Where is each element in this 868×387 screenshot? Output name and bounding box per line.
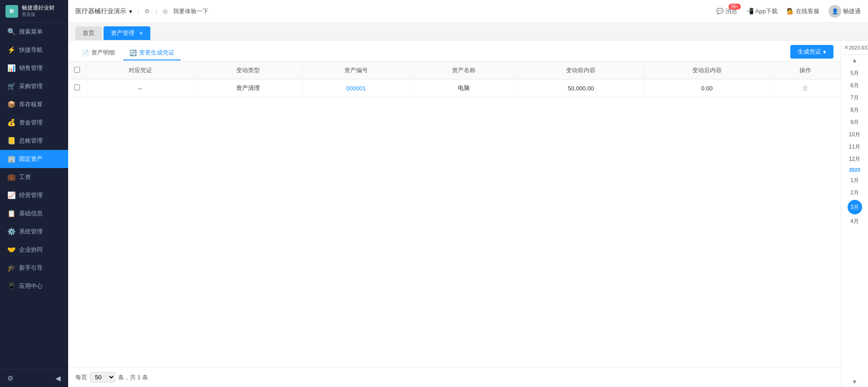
app-download-button[interactable]: 📲 App下载 xyxy=(746,7,778,15)
pagination-bar: 每页 102050100 条，共 1 条 xyxy=(68,367,841,387)
topbar-right: 💬 消息 99+ 📲 App下载 💁 在线客服 👤 畅捷通 xyxy=(716,5,861,18)
topbar-sep2: | xyxy=(155,8,157,15)
company-name: 医疗器械行业演示 xyxy=(75,7,126,15)
user-avatar-button[interactable]: 👤 畅捷通 xyxy=(828,5,861,18)
month-item[interactable]: 12月 xyxy=(841,153,868,165)
guide-icon: 🎓 xyxy=(7,264,15,272)
avatar-icon: 👤 xyxy=(832,8,838,15)
side-panel-header: ✕ 2023.03 ⛶ xyxy=(841,40,868,55)
row-asset-code: 000001 xyxy=(302,79,410,97)
tab-asset-detail[interactable]: 📄 资产明细 xyxy=(75,46,121,60)
tab-change-voucher-label: 变更生成凭证 xyxy=(139,49,174,57)
month-item[interactable]: 6月 xyxy=(841,79,868,92)
logo-text: 畅捷通好业财 xyxy=(22,5,55,12)
sidebar-item-inventory[interactable]: 📦 库存核算 xyxy=(0,95,68,114)
row-asset-name: 电脑 xyxy=(410,79,518,97)
fixedasset-icon: 🏢 xyxy=(7,155,15,163)
tab-asset[interactable]: 资产管理 ✕ xyxy=(104,26,150,40)
sidebar-funds-label: 资金管理 xyxy=(19,119,43,127)
asset-detail-icon: 📄 xyxy=(82,50,89,56)
message-icon: 💬 xyxy=(716,8,724,15)
main-area: 医疗器械行业演示 ▾ | ⚙ | ◎ 我要体验一下 💬 消息 99+ 📲 App… xyxy=(68,0,868,387)
sidebar-search-label: 搜索菜单 xyxy=(19,28,43,36)
logo-sub: 普及版 xyxy=(22,11,55,18)
salary-icon: 💼 xyxy=(7,173,15,181)
month-item[interactable]: 4月 xyxy=(841,215,868,228)
month-item[interactable]: 3月 xyxy=(848,200,862,214)
col-after-change: 变动后内容 xyxy=(644,62,770,79)
side-panel-year-month: 2023.03 xyxy=(849,45,867,50)
month-item[interactable]: 5月 xyxy=(841,67,868,79)
month-item[interactable]: 1月 xyxy=(841,174,868,187)
settings-gear-icon[interactable]: ⚙ xyxy=(144,8,150,15)
select-all-checkbox[interactable] xyxy=(74,67,80,73)
total-text: 条，共 1 条 xyxy=(118,373,148,382)
avatar: 👤 xyxy=(828,5,841,18)
sidebar-appcenter-label: 应用中心 xyxy=(19,282,43,290)
topbar: 医疗器械行业演示 ▾ | ⚙ | ◎ 我要体验一下 💬 消息 99+ 📲 App… xyxy=(68,0,868,23)
trial-text[interactable]: 我要体验一下 xyxy=(173,7,208,15)
sidebar-fixedasset-label: 固定资产 xyxy=(19,155,43,163)
sidebar-item-sales[interactable]: 📊 销售管理 xyxy=(0,59,68,77)
inner-tabs-bar: 📄 资产明细 🔄 变更生成凭证 生成凭证 ▾ xyxy=(68,40,841,62)
settings-icon[interactable]: ⚙ xyxy=(7,374,13,382)
service-icon: 💁 xyxy=(787,8,794,15)
sidebar-item-appcenter[interactable]: 📱 应用中心 xyxy=(0,277,68,295)
sidebar-item-guide[interactable]: 🎓 新手引导 xyxy=(0,259,68,277)
sidebar-quicknav-label: 快捷导航 xyxy=(19,46,43,54)
row-before-change: 50,000.00 xyxy=(518,79,644,97)
chevron-down-icon: ▾ xyxy=(129,8,132,15)
sidebar-item-ledger[interactable]: 📒 总账管理 xyxy=(0,132,68,150)
toolbar-right: 生成凭证 ▾ xyxy=(790,45,833,61)
per-page-select[interactable]: 102050100 xyxy=(90,372,115,382)
month-item[interactable]: 8月 xyxy=(841,104,868,116)
online-service-button[interactable]: 💁 在线客服 xyxy=(787,7,819,15)
delete-icon[interactable]: 🗑 xyxy=(802,84,808,92)
sidebar-system-label: 系统管理 xyxy=(19,228,43,236)
month-item[interactable]: 10月 xyxy=(841,129,868,141)
month-item[interactable]: 11月 xyxy=(841,141,868,153)
sidebar-item-funds[interactable]: 💰 资金管理 xyxy=(0,114,68,132)
tab-home-label: 首页 xyxy=(83,30,94,36)
month-item[interactable]: 9月 xyxy=(841,116,868,129)
sidebar-item-salary[interactable]: 💼 工资 xyxy=(0,168,68,186)
sidebar-item-operations[interactable]: 📈 经营管理 xyxy=(0,186,68,204)
sidebar-item-quicknav[interactable]: ⚡ 快捷导航 xyxy=(0,41,68,59)
row-checkbox[interactable] xyxy=(74,84,80,90)
col-checkbox xyxy=(68,62,86,79)
sidebar-item-system[interactable]: ⚙️ 系统管理 xyxy=(0,223,68,241)
month-item[interactable]: 7月 xyxy=(841,92,868,104)
row-voucher: -- xyxy=(86,79,194,97)
side-panel-nav-down[interactable]: ▼ xyxy=(841,377,868,387)
per-page-label: 每页 xyxy=(75,373,87,382)
search-icon: 🔍 xyxy=(7,28,15,36)
side-panel-close-icon[interactable]: ✕ xyxy=(844,44,849,51)
company-selector[interactable]: 医疗器械行业演示 ▾ xyxy=(75,7,132,15)
collapse-icon[interactable]: ◀ xyxy=(55,374,61,382)
side-panel-months: 5月6月7月8月9月10月11月12月20231月2月3月4月 xyxy=(841,65,868,377)
generate-voucher-button[interactable]: 生成凭证 ▾ xyxy=(790,45,833,59)
tab-close-icon[interactable]: ✕ xyxy=(139,30,143,36)
tab-asset-label: 资产管理 xyxy=(111,30,134,36)
sidebar-item-search[interactable]: 🔍 搜索菜单 xyxy=(0,23,68,41)
col-asset-code: 资产编号 xyxy=(302,62,410,79)
col-change-type: 变动类型 xyxy=(194,62,303,79)
month-item[interactable]: 2月 xyxy=(841,187,868,199)
tab-change-voucher[interactable]: 🔄 变更生成凭证 xyxy=(123,46,181,60)
sidebar-item-collab[interactable]: 🤝 企业协同 xyxy=(0,241,68,259)
messages-button[interactable]: 💬 消息 99+ xyxy=(716,7,737,15)
asset-table: 对应凭证 变动类型 资产编号 资产名称 变动前内容 变动后内容 操作 -- xyxy=(68,62,841,97)
sidebar-item-fixedasset[interactable]: 🏢 固定资产 xyxy=(0,150,68,168)
tab-home[interactable]: 首页 xyxy=(75,26,102,40)
side-panel-nav-up[interactable]: ▲ xyxy=(841,55,868,65)
message-badge: 99+ xyxy=(729,4,741,10)
inventory-icon: 📦 xyxy=(7,100,15,109)
content-area: 📄 资产明细 🔄 变更生成凭证 生成凭证 ▾ xyxy=(68,40,868,387)
trial-icon: ◎ xyxy=(163,8,168,15)
sidebar-item-basicinfo[interactable]: 📋 基础信息 xyxy=(0,204,68,223)
sidebar-guide-label: 新手引导 xyxy=(19,264,43,272)
content-main: 📄 资产明细 🔄 变更生成凭证 生成凭证 ▾ xyxy=(68,40,841,387)
operations-icon: 📈 xyxy=(7,191,15,199)
sidebar-item-purchase[interactable]: 🛒 采购管理 xyxy=(0,77,68,95)
sidebar-footer: ⚙ ◀ xyxy=(0,369,68,387)
